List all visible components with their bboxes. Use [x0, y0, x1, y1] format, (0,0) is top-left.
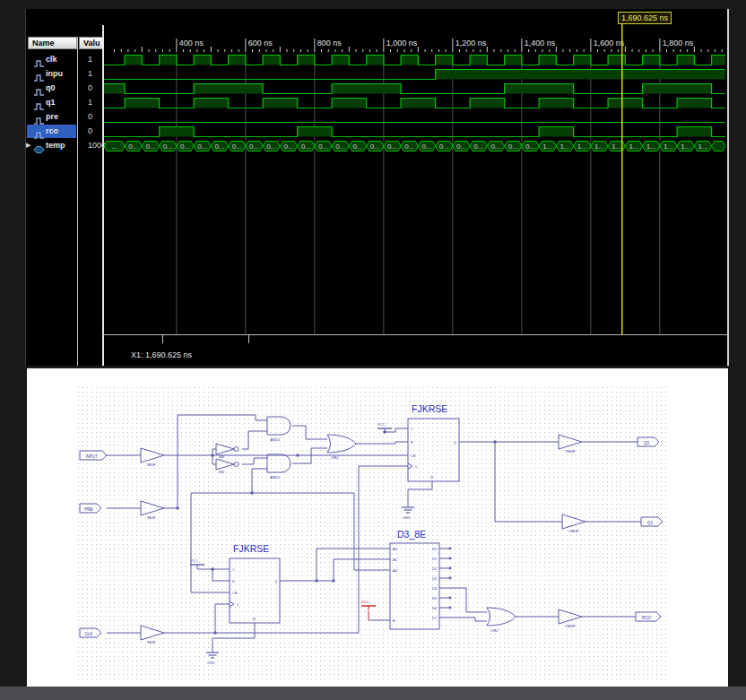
or2-gate[interactable]: OR2	[327, 435, 356, 460]
signal-row-rco[interactable]: rco0	[26, 125, 103, 139]
svg-text:D2: D2	[432, 566, 438, 571]
scrollbar-notch[interactable]	[162, 335, 163, 343]
ibuf-buffer[interactable]: IBUF	[141, 501, 164, 520]
signal-row-clk[interactable]: clk1	[26, 53, 103, 67]
signal-row-pre[interactable]: pre0	[26, 110, 103, 125]
wire-junction	[213, 631, 216, 634]
vcc-symbol: VCC	[190, 558, 204, 569]
svg-text:R: R	[430, 475, 433, 480]
svg-text:K: K	[232, 579, 235, 583]
signal-value: 1	[88, 69, 92, 78]
or2-gate[interactable]: OR2	[487, 608, 516, 633]
svg-text:CE: CE	[411, 454, 416, 458]
decoder-D3_8E[interactable]: D3_8E A0A1A2ED0D1D2D3D4D5D6D7	[390, 529, 451, 629]
inv-gate[interactable]: INV	[216, 444, 239, 459]
signal-name[interactable]: q0	[46, 83, 56, 92]
signal-name[interactable]: temp	[46, 141, 65, 150]
port-tag-Q0[interactable]: Q0	[638, 437, 659, 446]
column-header-name[interactable]: Name	[28, 37, 77, 49]
wire[interactable]	[215, 604, 230, 633]
wire[interactable]	[356, 442, 408, 444]
expander-icon[interactable]: ▶	[26, 142, 30, 149]
wave-cursor[interactable]	[104, 24, 725, 334]
port-tag-RCO[interactable]: RCO	[636, 612, 661, 621]
svg-text:Q: Q	[274, 579, 277, 583]
svg-text:K: K	[411, 440, 413, 445]
wire[interactable]	[408, 481, 432, 507]
signal-row-temp[interactable]: ▶temp1000	[26, 139, 103, 153]
signal-value: 1	[88, 98, 92, 107]
ibuf-buffer[interactable]: IBUF	[141, 626, 164, 644]
signal-name[interactable]: rco	[46, 126, 58, 135]
svg-text:IBUF: IBUF	[147, 462, 156, 467]
svg-text:D6: D6	[432, 606, 438, 610]
svg-text:Q0: Q0	[644, 441, 650, 445]
svg-text:C: C	[415, 464, 418, 469]
wire-junction	[296, 454, 299, 456]
svg-text:CLK: CLK	[85, 632, 93, 636]
signal-name[interactable]: pre	[46, 112, 58, 121]
svg-text:FJKRSE: FJKRSE	[412, 403, 447, 414]
vcc-symbol: VCC	[377, 422, 392, 433]
status-divider	[102, 343, 104, 366]
obuf-buffer[interactable]: OBUF	[559, 609, 582, 628]
cursor-time-label[interactable]: 1,690.625 ns	[618, 12, 672, 24]
svg-text:J: J	[232, 567, 234, 572]
wire[interactable]	[317, 549, 390, 581]
wire[interactable]	[213, 569, 230, 581]
svg-text:Q1: Q1	[647, 521, 654, 525]
wire-junction	[493, 440, 496, 443]
svg-text:R: R	[253, 617, 256, 621]
signal-row-q0[interactable]: q00	[26, 82, 103, 96]
svg-text:GND: GND	[403, 515, 411, 520]
wire[interactable]	[292, 426, 327, 439]
signal-value: 0	[88, 126, 92, 135]
signal-name[interactable]: q1	[46, 98, 56, 107]
signal-row-inpu[interactable]: inpu1	[26, 67, 103, 82]
gnd-symbol: GND	[206, 652, 219, 665]
port-tag-INPUT[interactable]: INPUT	[80, 451, 107, 460]
wire[interactable]	[213, 623, 255, 652]
status-bar: X1: 1,690.625 ns	[26, 343, 727, 366]
status-divider	[77, 343, 78, 366]
inv-gate[interactable]: INV	[216, 459, 239, 474]
port-tag-Q1[interactable]: Q1	[641, 517, 663, 526]
scrollbar-notch[interactable]	[248, 335, 249, 343]
obuf-buffer[interactable]: OBUF	[562, 514, 586, 533]
wire[interactable]	[242, 431, 267, 449]
svg-text:A2: A2	[393, 568, 398, 573]
flipflop-FJKRSE[interactable]: FJKRSE JKCECRQ	[230, 543, 280, 623]
wire[interactable]	[359, 466, 408, 633]
wire[interactable]	[439, 588, 487, 612]
svg-text:C: C	[237, 602, 239, 607]
port-tag-PRE[interactable]: PRE	[80, 504, 101, 513]
port-tag-CLK[interactable]: CLK	[80, 628, 101, 637]
flipflop-FJKRSE[interactable]: FJKRSE JKCECRQ	[408, 403, 459, 481]
wire-junction	[211, 454, 213, 456]
svg-text:VCC: VCC	[190, 558, 198, 563]
schematic-sheet[interactable]: INPUT PRE CLK Q0 Q1 RCO IBUF IBUF IBUF O…	[76, 385, 668, 681]
signal-name[interactable]: clk	[46, 55, 57, 64]
svg-text:AND2: AND2	[270, 437, 281, 442]
and2-gate[interactable]: AND2	[267, 454, 291, 480]
svg-text:A0: A0	[393, 547, 398, 551]
ibuf-buffer[interactable]: IBUF	[141, 448, 164, 467]
svg-text:D3: D3	[432, 576, 438, 581]
svg-text:OBUF: OBUF	[565, 449, 576, 454]
wire[interactable]	[439, 618, 487, 621]
svg-text:INV: INV	[219, 471, 225, 474]
svg-text:OBUF: OBUF	[568, 529, 579, 533]
svg-text:D5: D5	[432, 596, 438, 601]
and2-gate[interactable]: AND2	[267, 417, 291, 442]
wire-junction	[332, 579, 334, 582]
schematic-editor-window: INPUT PRE CLK Q0 Q1 RCO IBUF IBUF IBUF O…	[27, 368, 728, 687]
screen: 1,690.625 ns Name Valu clk1inpu1q00q11pr…	[0, 0, 746, 700]
svg-text:CE: CE	[232, 591, 238, 595]
signal-name[interactable]: inpu	[46, 69, 63, 78]
obuf-buffer[interactable]: OBUF	[559, 435, 582, 454]
wire[interactable]	[256, 415, 267, 420]
column-header-value[interactable]: Valu	[79, 37, 103, 49]
wire[interactable]	[242, 458, 267, 464]
signal-row-q1[interactable]: q11	[26, 96, 103, 110]
svg-text:INPUT: INPUT	[85, 454, 98, 459]
